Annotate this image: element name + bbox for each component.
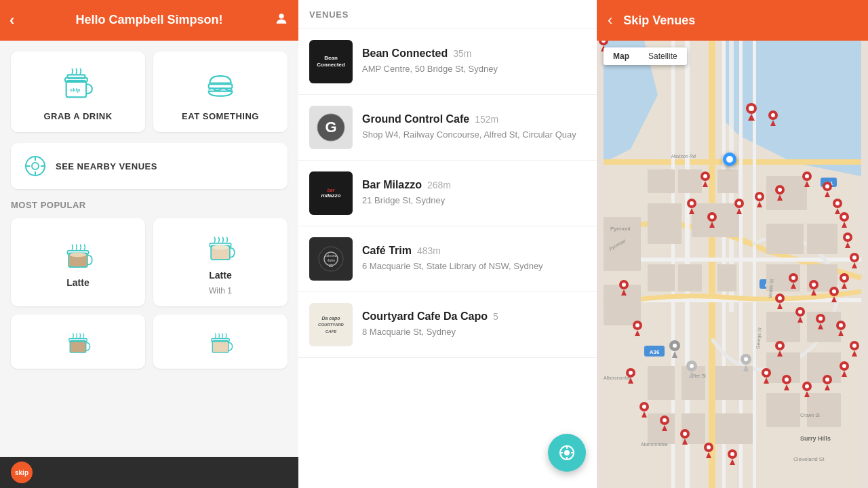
svg-point-17 [212, 245, 229, 249]
svg-point-154 [622, 283, 626, 287]
svg-point-158 [629, 371, 633, 375]
venues-title: VENUES [309, 9, 349, 20]
grab-drink-label: GRAB A DRINK [43, 111, 112, 121]
latte-icon-3 [63, 327, 93, 357]
middle-panel: VENUES BeanConnected Bean Connected 35m … [298, 0, 597, 488]
cup-icon: skip [60, 68, 96, 103]
trim-logo-svg: laissez -faire [317, 245, 344, 272]
right-header: ‹ Skip Venues [597, 0, 868, 41]
right-back-button[interactable]: ‹ [608, 12, 612, 29]
popular-latte-with[interactable]: Latte With 1 [153, 218, 288, 306]
svg-rect-62 [766, 224, 804, 254]
venues-list: BeanConnected Bean Connected 35m AMP Cen… [298, 29, 597, 488]
venue-cafe-trim[interactable]: laissez -faire Café Trim 483m 6 Macquari… [298, 226, 597, 292]
svg-point-128 [791, 276, 795, 280]
venue-logo-bean: BeanConnected [309, 40, 353, 83]
svg-point-7 [32, 163, 39, 169]
venue-bar-milazzo[interactable]: bar milazzo Bar Milazzo 268m 21 Bridge S… [298, 161, 597, 226]
eat-something-card[interactable]: EAT SOMETHING [153, 52, 288, 132]
grab-drink-card[interactable]: skip GRAB A DRINK [11, 52, 145, 132]
venue-ground-control[interactable]: G Ground Control Cafe 152m Shop W4, Rail… [298, 95, 597, 161]
svg-point-170 [673, 344, 677, 348]
popular-item-4[interactable] [153, 314, 288, 369]
burger-icon [203, 68, 238, 103]
svg-point-122 [842, 276, 846, 280]
venue-name-bean: Bean Connected [362, 47, 448, 60]
svg-point-150 [842, 364, 846, 368]
latte-with-sublabel: With 1 [209, 286, 232, 296]
svg-text:Albercrombie: Albercrombie [604, 375, 631, 380]
svg-point-112 [825, 184, 829, 188]
svg-rect-59 [678, 264, 702, 291]
svg-rect-72 [648, 366, 675, 400]
venue-address-ground: Shop W4, Railway Concourse, Alfred St, C… [362, 129, 576, 140]
svg-point-108 [778, 188, 782, 192]
svg-text:Hickson Rd: Hickson Rd [671, 154, 696, 159]
left-panel: ‹ Hello Campbell Simpson! [0, 0, 298, 488]
venue-courtyard[interactable]: Da capoCOURTYARDCAFE Courtyard Cafe Da C… [298, 292, 597, 358]
profile-button[interactable] [274, 12, 289, 30]
venue-distance-bean: 35m [453, 48, 471, 59]
svg-rect-58 [648, 264, 675, 291]
svg-point-172 [690, 364, 694, 368]
svg-rect-36 [709, 41, 715, 488]
svg-point-124 [832, 289, 836, 293]
venue-address-trim: 6 Macquarie St, State Library of NSW, Sy… [362, 261, 543, 271]
svg-text:Crown St: Crown St [800, 413, 820, 418]
svg-point-114 [835, 201, 840, 205]
venue-address-courtyard: 8 Macquarie St, Sydney [362, 327, 456, 337]
venue-name-trim: Café Trim [362, 245, 412, 257]
svg-point-130 [778, 296, 782, 300]
svg-point-118 [846, 235, 850, 239]
venue-info-bean: Bean Connected 35m AMP Centre, 50 Bridge… [362, 47, 586, 75]
svg-rect-3 [67, 75, 85, 78]
svg-point-148 [825, 378, 829, 382]
svg-rect-57 [719, 203, 739, 237]
venue-distance-trim: 483m [417, 245, 441, 256]
left-back-button[interactable]: ‹ [9, 12, 14, 29]
eat-something-label: EAT SOMETHING [182, 111, 259, 121]
svg-text:A36: A36 [650, 349, 660, 355]
svg-point-136 [839, 323, 843, 327]
popular-latte-1[interactable]: Latte [11, 218, 145, 306]
map-toggle-satellite[interactable]: Satellite [639, 47, 687, 65]
svg-point-120 [852, 256, 856, 260]
svg-point-144 [785, 378, 789, 382]
venue-logo-milazzo: bar milazzo [309, 171, 353, 215]
svg-rect-28 [329, 264, 333, 267]
svg-text:Cleveland St: Cleveland St [793, 456, 825, 462]
map-toggle-map[interactable]: Map [604, 47, 639, 65]
svg-point-116 [842, 215, 846, 219]
svg-rect-21 [212, 339, 229, 342]
svg-point-142 [764, 371, 768, 375]
svg-point-94 [771, 113, 775, 117]
svg-rect-63 [807, 224, 837, 254]
venue-bean-connected[interactable]: BeanConnected Bean Connected 35m AMP Cen… [298, 29, 597, 95]
map-svg: A36 A4 A11 [597, 41, 868, 488]
nearby-venues-label: SEE NEARBY VENUES [56, 161, 157, 171]
map-pin [723, 152, 736, 166]
nearby-venues-card[interactable]: SEE NEARBY VENUES [11, 143, 288, 189]
svg-point-132 [798, 310, 802, 314]
svg-rect-70 [766, 393, 800, 427]
svg-point-96 [726, 156, 733, 163]
svg-rect-52 [648, 169, 675, 193]
venue-logo-ground: G [309, 106, 353, 149]
ground-logo-svg: G [316, 113, 346, 142]
venue-address-bean: AMP Centre, 50 Bridge St, Sydney [362, 64, 498, 74]
venue-name-courtyard: Courtyard Cafe Da Capo [362, 310, 488, 323]
popular-item-3[interactable] [11, 314, 145, 369]
svg-rect-55 [648, 203, 682, 244]
venue-info-milazzo: Bar Milazzo 268m 21 Bridge St, Sydney [362, 179, 586, 207]
map-toggle: Map Satellite [604, 47, 687, 65]
venue-logo-trim: laissez -faire [309, 237, 353, 281]
svg-text:Pyrmont: Pyrmont [610, 226, 631, 232]
action-grid: skip GRAB A DRINK [11, 52, 288, 132]
svg-rect-71 [807, 393, 841, 427]
svg-text:laissez: laissez [326, 253, 337, 258]
location-fab[interactable] [548, 434, 586, 472]
svg-rect-18 [70, 341, 85, 353]
venue-info-courtyard: Courtyard Cafe Da Capo 5 8 Macquarie St,… [362, 310, 586, 338]
svg-point-104 [737, 201, 741, 205]
latte-with-label: Latte [209, 270, 231, 281]
